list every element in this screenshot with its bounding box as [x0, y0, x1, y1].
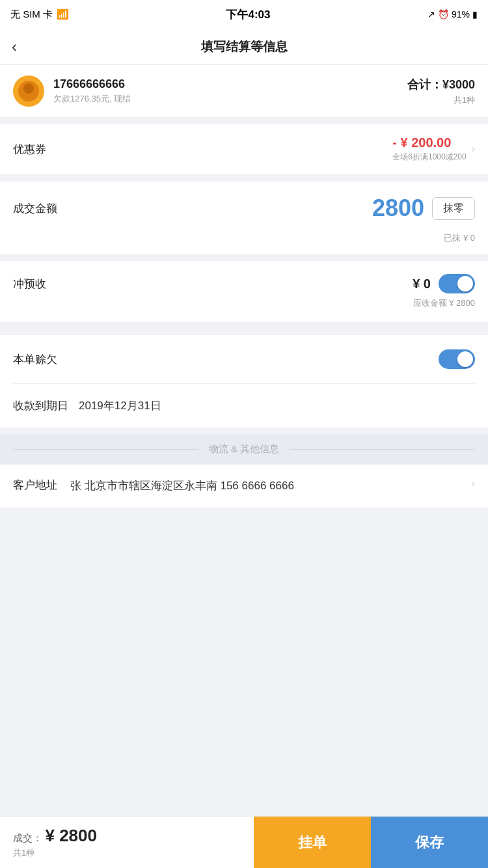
address-label: 客户地址: [13, 478, 57, 493]
credit-row: 本单赊欠: [13, 335, 475, 384]
wifi-icon: 📶: [57, 8, 69, 20]
bottom-deal-row: 成交： ¥ 2800: [13, 826, 241, 846]
address-section[interactable]: 客户地址 张 北京市市辖区海淀区永丰南 156 6666 6666 ›: [0, 465, 488, 508]
coupon-info: - ¥ 200.00 全场6折满1000减200: [392, 135, 466, 163]
coupon-right: - ¥ 200.00 全场6折满1000减200 ›: [392, 135, 475, 163]
amount-right: 2800 抹零: [372, 195, 475, 222]
amount-section: 成交金额 2800 抹零 已抹 ¥ 0: [0, 182, 488, 254]
bottom-summary: 成交： ¥ 2800 共1种: [0, 826, 254, 859]
credit-section: 本单赊欠: [0, 335, 488, 384]
amount-value: 2800: [372, 195, 424, 222]
pending-button[interactable]: 挂单: [254, 817, 371, 869]
duedate-row: 收款到期日 2019年12月31日: [0, 384, 488, 427]
round-button[interactable]: 抹零: [432, 197, 475, 220]
content-spacer: [0, 514, 488, 592]
customer-right: 合计：¥3000 共1种: [407, 77, 475, 106]
battery-level: 91%: [452, 9, 470, 20]
bottom-deal-label: 成交：: [13, 832, 42, 843]
amount-sub: 已抹 ¥ 0: [13, 232, 475, 254]
address-value: 张 北京市市辖区海淀区永丰南 156 6666 6666: [70, 478, 472, 495]
prepay-row: 冲预收 ¥ 0: [13, 261, 475, 297]
total-count: 共1种: [407, 94, 475, 106]
divider-1: [0, 254, 488, 261]
bottom-count: 共1种: [13, 847, 241, 859]
status-time: 下午4:03: [226, 7, 270, 22]
customer-left: 17666666666 欠款1276.35元, 现结: [13, 75, 131, 107]
coupon-desc: 全场6折满1000减200: [392, 152, 466, 163]
amount-label: 成交金额: [13, 201, 57, 216]
status-left: 无 SIM 卡 📶: [10, 8, 69, 21]
credit-toggle[interactable]: [439, 349, 475, 369]
coupon-label: 优惠券: [13, 142, 46, 157]
prepay-label: 冲预收: [13, 277, 46, 292]
status-bar: 无 SIM 卡 📶 下午4:03 ↗ ⏰ 91% ▮: [0, 0, 488, 29]
customer-debt: 欠款1276.35元, 现结: [53, 93, 131, 105]
avatar: [13, 75, 44, 107]
total-value: ¥3000: [442, 78, 475, 91]
save-button[interactable]: 保存: [371, 817, 488, 869]
coupon-discount: - ¥ 200.00: [392, 135, 466, 150]
address-chevron-icon: ›: [472, 478, 475, 489]
logistics-divider: 物流 & 其他信息: [0, 434, 488, 465]
chevron-right-icon: ›: [472, 143, 475, 155]
status-right: ↗ ⏰ 91% ▮: [427, 9, 478, 20]
prepay-sub: 应收金额 ¥ 2800: [13, 297, 475, 322]
duedate-value: 2019年12月31日: [79, 398, 161, 413]
battery-icon: ▮: [472, 9, 478, 20]
credit-label: 本单赊欠: [13, 352, 57, 367]
page-title: 填写结算等信息: [201, 38, 288, 55]
coupon-row[interactable]: 优惠券 - ¥ 200.00 全场6折满1000减200 ›: [0, 124, 488, 175]
divider-line-left: [13, 449, 198, 450]
bottom-bar: 成交： ¥ 2800 共1种 挂单 保存: [0, 816, 488, 868]
sim-status: 无 SIM 卡: [10, 8, 53, 21]
customer-phone: 17666666666: [53, 77, 131, 91]
prepay-right: ¥ 0: [413, 274, 475, 293]
prepay-amount: ¥ 0: [413, 277, 431, 292]
amount-row: 成交金额 2800 抹零: [13, 195, 475, 232]
location-icon: ↗: [427, 9, 435, 20]
duedate-label: 收款到期日: [13, 398, 68, 413]
back-button[interactable]: ‹: [12, 38, 17, 56]
total-amount: 合计：¥3000: [407, 77, 475, 92]
prepay-section: 冲预收 ¥ 0 应收金额 ¥ 2800: [0, 261, 488, 322]
customer-info: 17666666666 欠款1276.35元, 现结: [53, 77, 131, 105]
customer-card: 17666666666 欠款1276.35元, 现结 合计：¥3000 共1种: [0, 65, 488, 117]
nav-bar: ‹ 填写结算等信息: [0, 29, 488, 65]
divider-text: 物流 & 其他信息: [209, 443, 279, 455]
avatar-inner: [18, 81, 39, 102]
bottom-price: ¥ 2800: [45, 826, 97, 845]
divider-2: [0, 322, 488, 329]
total-label: 合计：: [407, 78, 442, 91]
divider-line-right: [290, 449, 475, 450]
prepay-toggle[interactable]: [439, 274, 475, 293]
alarm-icon: ⏰: [438, 9, 449, 20]
